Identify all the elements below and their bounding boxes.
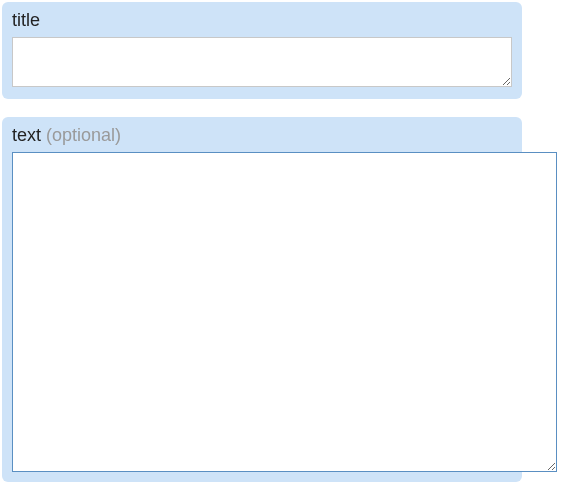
- text-label: text (optional): [12, 125, 512, 146]
- text-optional-label: (optional): [46, 125, 121, 145]
- title-input[interactable]: [12, 37, 512, 87]
- title-label: title: [12, 10, 512, 31]
- text-input[interactable]: [12, 152, 557, 472]
- text-field-group: text (optional): [2, 117, 522, 482]
- title-field-group: title: [2, 2, 522, 99]
- text-label-text: text: [12, 125, 41, 145]
- title-label-text: title: [12, 10, 40, 30]
